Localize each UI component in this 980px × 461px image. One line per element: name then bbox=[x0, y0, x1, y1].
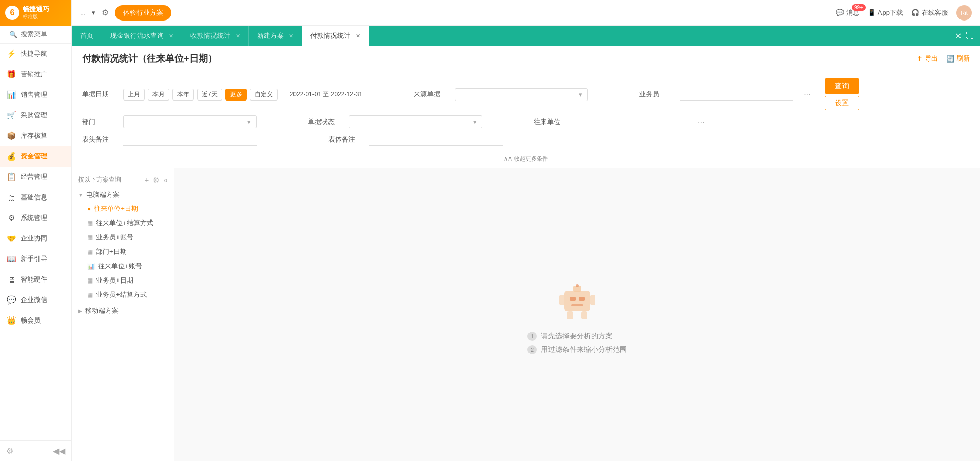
sidebar-item-basic[interactable]: 🗂 基础信息 bbox=[0, 187, 71, 208]
svg-rect-2 bbox=[579, 297, 585, 301]
svg-rect-8 bbox=[567, 311, 573, 319]
date-btn-this-month[interactable]: 本月 bbox=[148, 89, 169, 101]
marketing-icon: 🎁 bbox=[6, 69, 16, 79]
topbar-dropdown[interactable]: ▾ bbox=[92, 9, 95, 16]
hint-item-2: 2 用过滤条件来缩小分析范围 bbox=[527, 345, 627, 354]
scheme-item-counterpart-date[interactable]: ● 往来单位+日期 bbox=[72, 202, 174, 216]
empty-illustration bbox=[552, 275, 603, 327]
topbar-gear-icon[interactable]: ⚙ bbox=[102, 8, 109, 17]
svg-rect-6 bbox=[559, 295, 564, 305]
body-note-input[interactable] bbox=[369, 133, 503, 146]
topbar-right: 💬 消息 99+ 📱 App下载 🎧 在线客服 Rit bbox=[836, 5, 972, 21]
collapse-scheme-icon[interactable]: « bbox=[164, 176, 168, 184]
scheme-item-counterpart-settle[interactable]: ▦ 往来单位+结算方式 bbox=[72, 216, 174, 230]
svg-rect-7 bbox=[590, 295, 595, 305]
tab-cash-flow[interactable]: 现金银行流水查询 ✕ bbox=[102, 26, 182, 46]
export-button[interactable]: ⬆ 导出 bbox=[917, 54, 938, 63]
tabs-expand-icon[interactable]: ⛶ bbox=[966, 31, 974, 41]
tab-home[interactable]: 首页 bbox=[72, 26, 102, 46]
sidebar-item-newbie[interactable]: 📖 新手引导 bbox=[0, 249, 71, 269]
service-icon: 🎧 bbox=[911, 9, 919, 16]
query-button[interactable]: 查询 bbox=[825, 78, 859, 94]
dept-select[interactable]: ▾ bbox=[123, 115, 257, 128]
tab-receipt-stat[interactable]: 收款情况统计 ✕ bbox=[182, 26, 249, 46]
source-doc-select[interactable]: ▾ bbox=[455, 88, 588, 101]
hardware-icon: 🖥 bbox=[6, 274, 16, 285]
date-btn-last-month[interactable]: 上月 bbox=[123, 89, 145, 101]
date-btn-custom[interactable]: 自定义 bbox=[250, 89, 278, 101]
sidebar-item-sales[interactable]: 📊 销售管理 bbox=[0, 85, 71, 105]
sidebar-item-hardware[interactable]: 🖥 智能硬件 bbox=[0, 269, 71, 290]
setting-button[interactable]: 设置 bbox=[825, 96, 859, 110]
scheme-sidebar: 按以下方案查询 + ⚙ « ▼ 电脑端方案 ● 往来单位+日期 bbox=[72, 168, 174, 461]
counterpart-dots[interactable]: ··· bbox=[698, 117, 704, 127]
collapse-sidebar-icon[interactable]: ◀◀ bbox=[53, 446, 65, 456]
date-btn-more[interactable]: 更多 bbox=[225, 89, 247, 101]
scheme-item-salesperson-account[interactable]: ▦ 业务员+账号 bbox=[72, 230, 174, 245]
scheme-group-desktop: ▼ 电脑端方案 ● 往来单位+日期 ▦ 往来单位+结算方式 ▦ 业务员+账号 bbox=[72, 188, 174, 302]
scheme-header-icons: + ⚙ « bbox=[145, 176, 168, 184]
scheme-group-mobile-title[interactable]: ▶ 移动端方案 bbox=[72, 304, 174, 317]
counterpart-settle-icon: ▦ bbox=[87, 219, 93, 227]
sidebar-item-system[interactable]: ⚙ 系统管理 bbox=[0, 208, 71, 228]
logo-text: 畅捷通巧 标准版 bbox=[23, 5, 49, 21]
counterpart-label: 往来单位 bbox=[534, 117, 564, 127]
sidebar-item-wechat[interactable]: 💬 企业微信 bbox=[0, 290, 71, 310]
sidebar-item-purchase[interactable]: 🛒 采购管理 bbox=[0, 105, 71, 126]
data-area: 1 请先选择要分析的方案 2 用过滤条件来缩小分析范围 bbox=[174, 168, 980, 461]
search-menu[interactable]: 🔍 搜索菜单 bbox=[0, 26, 71, 44]
tab-close-payment-stat[interactable]: ✕ bbox=[356, 33, 360, 39]
doc-status-select[interactable]: ▾ bbox=[349, 115, 482, 128]
scheme-group-desktop-title[interactable]: ▼ 电脑端方案 bbox=[72, 188, 174, 202]
counterpart-input[interactable] bbox=[575, 116, 688, 128]
header-note-label: 表头备注 bbox=[82, 135, 113, 144]
scheme-item-counterpart-account[interactable]: 📊 往来单位+账号 bbox=[72, 259, 174, 273]
app-icon: 📱 bbox=[868, 9, 876, 16]
date-btn-7days[interactable]: 近7天 bbox=[197, 89, 222, 101]
settings-gear-icon[interactable]: ⚙ bbox=[6, 446, 13, 456]
tab-close-new-scheme[interactable]: ✕ bbox=[289, 33, 293, 39]
add-scheme-icon[interactable]: + bbox=[145, 176, 149, 184]
sidebar-item-member[interactable]: 👑 畅会员 bbox=[0, 310, 71, 331]
sales-icon: 📊 bbox=[6, 90, 16, 100]
wechat-icon: 💬 bbox=[6, 295, 16, 305]
message-icon: 💬 bbox=[836, 9, 844, 16]
user-avatar[interactable]: Rit bbox=[956, 5, 972, 21]
scheme-item-dept-date[interactable]: ▦ 部门+日期 bbox=[72, 245, 174, 259]
sidebar-item-quick-nav[interactable]: ⚡ 快捷导航 bbox=[0, 44, 71, 64]
source-doc-dropdown-icon: ▾ bbox=[579, 91, 582, 98]
salesperson-input[interactable] bbox=[680, 88, 793, 101]
refresh-button[interactable]: 🔄 刷新 bbox=[946, 54, 970, 63]
topbar-app-download[interactable]: 📱 App下载 bbox=[868, 8, 903, 17]
trial-btn[interactable]: 体验行业方案 bbox=[115, 5, 171, 21]
topbar-message[interactable]: 💬 消息 99+ bbox=[836, 8, 859, 17]
salesperson-dots[interactable]: ··· bbox=[803, 90, 810, 99]
tab-close-receipt-stat[interactable]: ✕ bbox=[236, 33, 240, 39]
svg-rect-3 bbox=[571, 304, 583, 306]
collapse-btn[interactable]: ∧∧ 收起更多条件 bbox=[82, 151, 970, 165]
enterprise-icon: 🤝 bbox=[6, 233, 16, 244]
sidebar-item-enterprise[interactable]: 🤝 企业协同 bbox=[0, 228, 71, 249]
scheme-item-salesperson-settle[interactable]: ▦ 业务员+结算方式 bbox=[72, 288, 174, 302]
filter-panel: 单据日期 上月 本月 本年 近7天 更多 自定义 2022-01-01 至 20… bbox=[72, 71, 980, 168]
sidebar-item-inventory[interactable]: 📦 库存核算 bbox=[0, 126, 71, 146]
tabs-close-all-icon[interactable]: ✕ bbox=[955, 31, 962, 41]
sidebar-item-finance[interactable]: 💰 资金管理 bbox=[0, 146, 71, 167]
dept-date-icon: ▦ bbox=[87, 248, 93, 255]
header-note-input[interactable] bbox=[123, 133, 257, 146]
tab-close-cash-flow[interactable]: ✕ bbox=[169, 33, 173, 39]
svg-rect-9 bbox=[581, 311, 587, 319]
scheme-item-salesperson-date[interactable]: ▦ 业务员+日期 bbox=[72, 273, 174, 288]
message-badge: 99+ bbox=[852, 4, 866, 11]
purchase-icon: 🛒 bbox=[6, 110, 16, 121]
sidebar-item-marketing[interactable]: 🎁 营销推广 bbox=[0, 64, 71, 85]
tab-new-scheme[interactable]: 新建方案 ✕ bbox=[249, 26, 302, 46]
system-icon: ⚙ bbox=[6, 213, 16, 223]
sidebar-item-operation[interactable]: 📋 经营管理 bbox=[0, 167, 71, 187]
tab-payment-stat[interactable]: 付款情况统计 ✕ bbox=[302, 26, 369, 46]
date-btn-this-year[interactable]: 本年 bbox=[172, 89, 194, 101]
date-options: 上月 本月 本年 近7天 更多 自定义 bbox=[123, 89, 278, 101]
topbar-online-service[interactable]: 🎧 在线客服 bbox=[911, 8, 948, 17]
scheme-setting-icon[interactable]: ⚙ bbox=[153, 176, 160, 184]
date-range-text: 2022-01-01 至 2022-12-31 bbox=[290, 90, 362, 99]
